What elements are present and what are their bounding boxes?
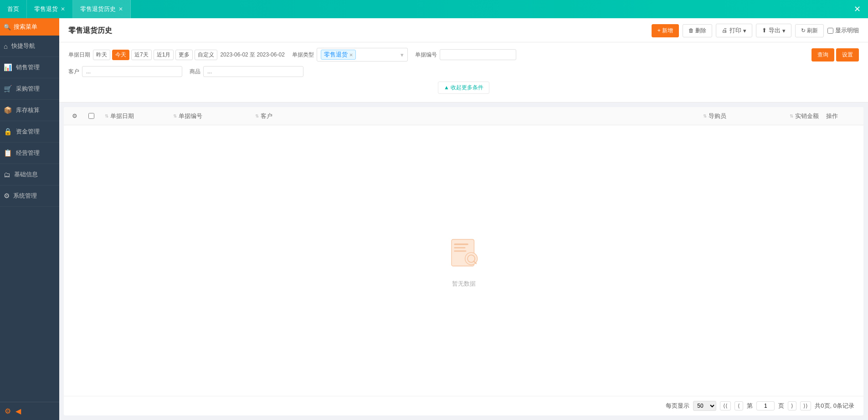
total-label: 共0页, 0条记录 [815, 402, 854, 410]
print-label: 🖨 打印 [722, 26, 741, 35]
tab-retail-return-history-label: 零售退货历史 [80, 5, 116, 13]
first-page-button[interactable]: ⟨⟨ [720, 401, 731, 410]
date-btn-yesterday[interactable]: 昨天 [93, 50, 110, 60]
customer-input[interactable] [82, 66, 182, 77]
tab-retail-return[interactable]: 零售退货 ✕ [27, 0, 73, 18]
delete-button[interactable]: 🗑 删除 [683, 24, 712, 37]
date-btn-7days[interactable]: 近7天 [131, 50, 152, 60]
tab-retail-return-close[interactable]: ✕ [61, 6, 65, 12]
sidebar-item-sales[interactable]: 📊 销售管理 [0, 57, 59, 78]
basic-info-icon: 🗂 [4, 171, 10, 179]
page-number-input[interactable] [756, 401, 775, 410]
date-filter: 单据日期 昨天 今天 近7天 近1月 更多 自定义 2023-06-02 至 2… [68, 50, 285, 60]
sidebar-item-quick-nav-label: 快捷导航 [11, 42, 35, 50]
filter-row-2: 客户 商品 [68, 66, 859, 77]
date-btn-today[interactable]: 今天 [112, 50, 129, 60]
collapse-filter-button[interactable]: ▲ 收起更多条件 [438, 82, 489, 94]
goods-filter: 商品 [190, 66, 303, 77]
pagination: 每页显示 10 20 50 100 ⟨⟨ ⟨ 第 页 ⟩ ⟩⟩ 共0页, 0条记… [64, 396, 863, 415]
show-detail-checkbox[interactable] [827, 28, 833, 34]
new-button[interactable]: + 新增 [652, 24, 679, 37]
sort-icon-docno[interactable]: ⇅ [173, 113, 177, 118]
sidebar-item-operations-label: 经营管理 [16, 149, 40, 157]
sidebar-item-operations[interactable]: 📋 经营管理 [0, 143, 59, 164]
date-filter-label: 单据日期 [68, 51, 90, 59]
sidebar-search-label: 搜索菜单 [14, 23, 37, 31]
doc-type-label: 单据类型 [292, 51, 314, 59]
sort-icon-amount[interactable]: ⇅ [790, 113, 793, 118]
main-layout: 🔍 搜索菜单 ⌂ 快捷导航 📊 销售管理 🛒 采购管理 📦 库存核算 🔒 资金管… [0, 18, 868, 420]
sidebar-item-system-label: 系统管理 [13, 192, 37, 200]
sales-icon: 📊 [4, 63, 12, 72]
date-btn-more[interactable]: 更多 [175, 50, 193, 60]
tab-retail-return-history-close[interactable]: ✕ [118, 6, 123, 12]
filter-area: 单据日期 昨天 今天 近7天 近1月 更多 自定义 2023-06-02 至 2… [59, 42, 868, 102]
th-date-label: 单据日期 [110, 112, 134, 120]
sidebar-item-quick-nav[interactable]: ⌂ 快捷导航 [0, 36, 59, 57]
setting-button[interactable]: 设置 [836, 48, 859, 61]
svg-rect-3 [454, 251, 466, 252]
date-btn-1month[interactable]: 近1月 [154, 50, 174, 60]
sort-icon-guide[interactable]: ⇅ [703, 113, 707, 118]
th-amount: ⇅ 实销金额 [768, 112, 822, 120]
sidebar-item-sales-label: 销售管理 [16, 63, 40, 72]
content-area: 零售退货历史 + 新增 🗑 删除 🖨 打印 ▾ ⬆ 导出 ▾ ↻ 刷新 [59, 18, 868, 420]
sort-icon-date[interactable]: ⇅ [105, 113, 108, 118]
sort-icon-customer[interactable]: ⇅ [255, 113, 259, 118]
sidebar-settings-button[interactable]: ⚙ [5, 407, 11, 415]
sidebar-item-inventory[interactable]: 📦 库存核算 [0, 100, 59, 121]
toolbar: + 新增 🗑 删除 🖨 打印 ▾ ⬆ 导出 ▾ ↻ 刷新 显示明细 [652, 24, 859, 37]
goods-label: 商品 [190, 68, 200, 76]
page-title: 零售退货历史 [68, 26, 112, 36]
goods-input[interactable] [203, 66, 303, 77]
tab-retail-return-history[interactable]: 零售退货历史 ✕ [73, 0, 131, 18]
sidebar-item-purchase[interactable]: 🛒 采购管理 [0, 78, 59, 100]
sidebar: 🔍 搜索菜单 ⌂ 快捷导航 📊 销售管理 🛒 采购管理 📦 库存核算 🔒 资金管… [0, 18, 59, 420]
tab-home[interactable]: 首页 [0, 0, 27, 18]
empty-illustration [443, 233, 484, 274]
query-button[interactable]: 查询 [812, 48, 834, 61]
top-tabs: 首页 零售退货 ✕ 零售退货历史 ✕ [0, 0, 847, 18]
th-date: ⇅ 单据日期 [101, 112, 169, 120]
sidebar-item-purchase-label: 采购管理 [16, 85, 40, 93]
doc-type-dropdown-icon[interactable]: ▾ [401, 51, 404, 58]
page-size-label: 每页显示 [666, 402, 689, 410]
sidebar-item-finance[interactable]: 🔒 资金管理 [0, 121, 59, 143]
sidebar-item-basic-info[interactable]: 🗂 基础信息 [0, 164, 59, 185]
doc-type-tag-close[interactable]: × [349, 51, 353, 58]
export-button[interactable]: ⬆ 导出 ▾ [756, 24, 791, 37]
export-dropdown-icon[interactable]: ▾ [782, 27, 786, 34]
page-header: 零售退货历史 + 新增 🗑 删除 🖨 打印 ▾ ⬆ 导出 ▾ ↻ 刷新 [59, 18, 868, 42]
select-all-checkbox[interactable] [88, 113, 94, 119]
refresh-button[interactable]: ↻ 刷新 [795, 24, 824, 37]
top-bar: 首页 零售退货 ✕ 零售退货历史 ✕ ✕ [0, 0, 868, 18]
empty-text: 暂无数据 [452, 280, 476, 288]
show-detail-text: 显示明细 [835, 26, 859, 35]
print-dropdown-icon[interactable]: ▾ [743, 27, 746, 34]
sidebar-item-inventory-label: 库存核算 [16, 106, 40, 114]
purchase-icon: 🛒 [4, 85, 12, 93]
inventory-icon: 📦 [4, 106, 12, 114]
th-customer: ⇅ 客户 [252, 112, 699, 120]
th-guide: ⇅ 导购员 [699, 112, 768, 120]
sidebar-item-system[interactable]: ⚙ 系统管理 [0, 185, 59, 207]
show-detail-label[interactable]: 显示明细 [827, 26, 859, 35]
sidebar-search[interactable]: 🔍 搜索菜单 [0, 18, 59, 36]
sidebar-item-finance-label: 资金管理 [16, 128, 40, 136]
date-buttons: 昨天 今天 近7天 近1月 更多 自定义 [93, 50, 217, 60]
data-table: ⚙ ⇅ 单据日期 ⇅ 单据编号 ⇅ 客户 ⇅ [64, 107, 863, 415]
window-close-button[interactable]: ✕ [847, 4, 868, 14]
empty-state: 暂无数据 [64, 125, 863, 396]
print-button[interactable]: 🖨 打印 ▾ [716, 24, 752, 37]
last-page-button[interactable]: ⟩⟩ [800, 401, 811, 410]
next-page-button[interactable]: ⟩ [788, 401, 796, 410]
page-size-select[interactable]: 10 20 50 100 [693, 401, 716, 411]
doc-type-select[interactable]: 零售退货 × ▾ [317, 48, 408, 61]
settings-icon[interactable]: ⚙ [72, 113, 77, 119]
sidebar-collapse-button[interactable]: ◀ [15, 407, 21, 415]
th-checkbox[interactable] [85, 113, 101, 119]
th-settings[interactable]: ⚙ [68, 113, 85, 119]
prev-page-button[interactable]: ⟨ [734, 401, 743, 410]
doc-no-input[interactable] [440, 49, 516, 60]
date-btn-custom[interactable]: 自定义 [195, 50, 217, 60]
